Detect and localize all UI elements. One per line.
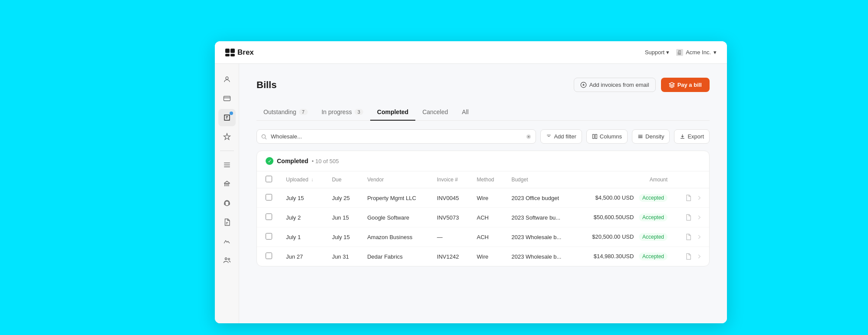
svg-rect-6 [679, 51, 680, 52]
doc-icon-2[interactable] [685, 233, 692, 240]
svg-rect-11 [224, 96, 230, 101]
pay-bill-button[interactable]: Pay a bill [661, 78, 710, 92]
tab-completed[interactable]: Completed [370, 104, 415, 121]
company-button[interactable]: Acme Inc. ▾ [676, 49, 717, 56]
bills-icon [223, 114, 231, 122]
row-checkbox-1[interactable] [266, 213, 272, 220]
status-badge: Accepted [639, 213, 667, 221]
row-amount: $14,980.30USD Accepted [575, 247, 674, 266]
table-section-header: ✓ Completed • 10 of 505 [257, 151, 709, 171]
sidebar-item-card[interactable] [218, 90, 236, 107]
status-badge: Accepted [639, 194, 667, 202]
sort-icon: ↓ [311, 177, 313, 183]
company-label: Acme Inc. [686, 49, 711, 56]
col-method[interactable]: Method [470, 171, 504, 188]
tab-in-progress[interactable]: In progress 3 [315, 104, 370, 121]
row-method: ACH [470, 208, 504, 227]
table-row: Jun 27 Jun 31 Dedar Fabrics INV1242 Wire… [257, 247, 709, 266]
row-arrow-2[interactable] [696, 234, 702, 240]
support-button[interactable]: Support ▾ [645, 49, 670, 56]
row-actions-cell [674, 188, 709, 208]
row-invoice: INV1242 [430, 247, 470, 266]
col-amount[interactable]: Amount [575, 171, 674, 188]
add-invoices-button[interactable]: Add invoices from email [574, 78, 656, 92]
tab-canceled[interactable]: Canceled [415, 104, 455, 121]
chart-icon [223, 237, 231, 245]
columns-button[interactable]: Columns [586, 129, 628, 144]
row-amount: $20,500.00 USD Accepted [575, 227, 674, 247]
sidebar-item-support[interactable] [218, 194, 236, 212]
add-filter-label: Add filter [554, 133, 576, 140]
company-chevron-icon: ▾ [713, 49, 717, 56]
sidebar-item-user[interactable] [218, 71, 236, 88]
svg-rect-3 [230, 54, 235, 56]
list-icon [223, 161, 231, 169]
table-card: ✓ Completed • 10 of 505 Uploaded [256, 151, 710, 266]
brex-logo-icon [225, 49, 235, 56]
row-arrow-0[interactable] [696, 195, 702, 201]
add-filter-button[interactable]: Add filter [540, 129, 582, 144]
doc-icon-0[interactable] [685, 194, 692, 201]
sidebar-item-bank[interactable] [218, 175, 236, 193]
svg-rect-13 [224, 203, 225, 205]
export-button[interactable]: Export [674, 129, 710, 144]
tab-all[interactable]: All [455, 104, 476, 121]
row-arrow-1[interactable] [696, 214, 702, 220]
invoice-label: Invoice # [437, 177, 458, 183]
row-actions-cell [674, 247, 709, 266]
select-all-checkbox[interactable] [266, 176, 272, 182]
sidebar-badge [230, 112, 233, 115]
svg-point-18 [262, 135, 265, 138]
svg-rect-21 [595, 135, 597, 139]
col-uploaded[interactable]: Uploaded ↓ [279, 171, 325, 188]
row-due: July 15 [325, 227, 360, 247]
svg-rect-2 [225, 54, 230, 56]
row-checkbox-cell [257, 188, 279, 208]
row-checkbox-0[interactable] [266, 194, 272, 200]
svg-point-15 [225, 258, 227, 260]
tab-outstanding-label: Outstanding [263, 108, 296, 115]
row-checkbox-2[interactable] [266, 233, 272, 240]
row-method: ACH [470, 227, 504, 247]
tab-in-progress-badge: 3 [355, 109, 363, 115]
tab-outstanding[interactable]: Outstanding 7 [256, 104, 315, 121]
row-amount: $50,600.50USD Accepted [575, 208, 674, 227]
density-button[interactable]: Density [632, 129, 670, 144]
sidebar-item-document[interactable] [218, 213, 236, 231]
row-invoice: — [430, 227, 470, 247]
sidebar-divider [220, 151, 234, 151]
method-label: Method [477, 177, 494, 183]
support-chevron-icon: ▾ [666, 49, 669, 56]
row-checkbox-3[interactable] [266, 253, 272, 259]
team-icon [223, 256, 231, 264]
header-actions: Add invoices from email Pay a bill [574, 78, 710, 92]
row-invoice: INV0045 [430, 188, 470, 208]
sidebar-item-team[interactable] [218, 252, 236, 269]
sidebar-item-list[interactable] [218, 156, 236, 174]
sidebar-item-bills[interactable] [218, 109, 236, 126]
sidebar-item-chart[interactable] [218, 233, 236, 250]
doc-icon-1[interactable] [685, 214, 692, 221]
search-clear-button[interactable] [526, 134, 532, 140]
svg-rect-1 [230, 49, 235, 53]
doc-icon-3[interactable] [685, 253, 692, 260]
sidebar-item-rewards[interactable] [218, 128, 236, 145]
row-arrow-3[interactable] [696, 253, 702, 259]
page-title: Bills [256, 79, 276, 91]
row-actions [681, 194, 702, 201]
headset-icon [223, 199, 231, 207]
content-area: Bills Add invoices from email Pay a bill… [239, 64, 727, 323]
col-invoice[interactable]: Invoice # [430, 171, 470, 188]
col-vendor[interactable]: Vendor [360, 171, 430, 188]
search-input[interactable] [256, 129, 536, 144]
section-count: • 10 of 505 [312, 158, 339, 164]
svg-rect-0 [225, 49, 230, 53]
col-due[interactable]: Due [325, 171, 360, 188]
row-actions [681, 214, 702, 221]
logo: Brex [225, 48, 254, 57]
tabs: Outstanding 7 In progress 3 Completed Ca… [256, 104, 710, 121]
bills-tbody: July 15 July 25 Property Mgmt LLC INV004… [257, 188, 709, 266]
col-budget[interactable]: Budget [504, 171, 575, 188]
row-checkbox-cell [257, 227, 279, 247]
sidebar [215, 64, 239, 323]
